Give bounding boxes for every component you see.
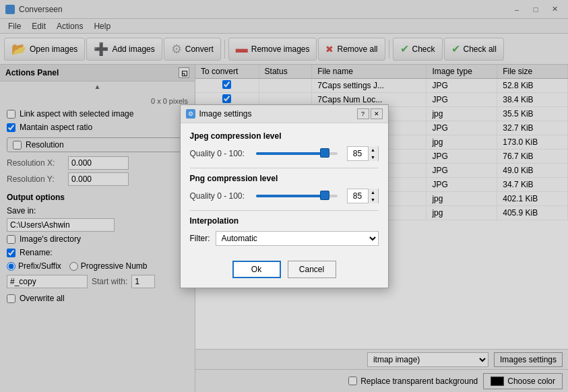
modal-separator-2 [190,210,379,211]
jpeg-section-title: Jpeg compression level [190,131,379,141]
interpolation-label: Interpolation [190,216,239,226]
modal-title: Image settings [199,109,252,119]
png-spinner-down[interactable]: ▼ [369,196,378,203]
png-quality-label: Quality 0 - 100: [190,191,251,201]
png-slider-container[interactable] [256,189,338,203]
png-quality-row: Quality 0 - 100: ▲ ▼ [190,189,379,203]
png-slider-track [256,195,338,197]
jpeg-slider-track [256,152,338,155]
interpolation-row: Interpolation [190,216,379,226]
modal-close-button[interactable]: ✕ [371,108,383,119]
jpeg-quality-input[interactable] [348,147,368,160]
jpeg-quality-label: Quality 0 - 100: [190,149,251,158]
png-quality-input[interactable] [348,189,368,203]
filter-row: Filter: Automatic Undefined Point Box Tr… [190,231,379,246]
jpeg-quality-row: Quality 0 - 100: ▲ ▼ [190,146,379,161]
jpeg-spinner-down[interactable]: ▼ [369,154,378,161]
jpeg-spinner-arrows: ▲ ▼ [368,146,378,161]
modal-footer: Ok Cancel [181,254,388,288]
modal-ok-button[interactable]: Ok [232,261,281,278]
modal-cancel-button[interactable]: Cancel [288,261,336,278]
png-spinner-up[interactable]: ▲ [369,189,378,196]
jpeg-spinner-up[interactable]: ▲ [369,146,378,154]
filter-select[interactable]: Automatic Undefined Point Box Triangle [216,231,379,246]
png-section-title: Png compression level [190,174,379,183]
modal-help-button[interactable]: ? [357,108,369,119]
modal-titlebar-left: ⚙ Image settings [186,109,252,119]
jpeg-slider-container[interactable] [256,147,338,160]
modal-controls: ? ✕ [357,108,383,119]
jpeg-slider-thumb[interactable] [320,148,329,158]
modal-titlebar: ⚙ Image settings ? ✕ [181,105,388,123]
image-settings-modal: ⚙ Image settings ? ✕ Jpeg compression le… [180,104,389,288]
modal-separator-1 [190,168,379,168]
png-spinner-arrows: ▲ ▼ [368,189,378,203]
modal-icon: ⚙ [186,109,195,119]
modal-overlay: ⚙ Image settings ? ✕ Jpeg compression le… [0,0,568,392]
filter-label: Filter: [190,234,210,243]
jpeg-slider-fill [256,152,325,155]
png-spinner[interactable]: ▲ ▼ [347,189,379,203]
modal-body: Jpeg compression level Quality 0 - 100: … [181,123,388,254]
png-slider-fill [256,195,325,197]
png-slider-thumb[interactable] [320,191,329,200]
jpeg-spinner[interactable]: ▲ ▼ [347,146,379,161]
